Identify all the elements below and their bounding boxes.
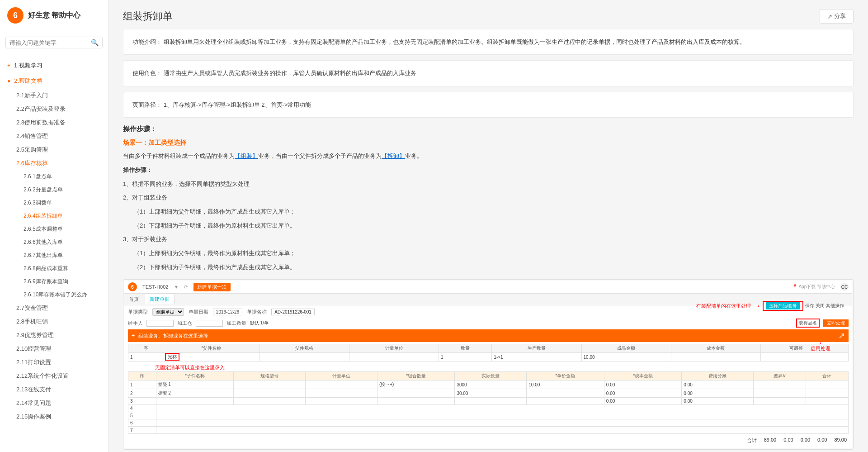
share-button[interactable]: ↗ 分享 [820, 9, 854, 24]
role-block: 使用角色： 通常由生产人员或库管人员完成拆装业务的操作，库管人员确认原材料的出库… [123, 60, 854, 86]
lower-table-row-7: 7 [128, 427, 849, 434]
step-3-2: （2）下部明细为子件明细，最终作为产成品生成其它入库单。 [123, 262, 854, 273]
sidebar-item-stock-query[interactable]: 2.6.9库存账本查询 [0, 275, 108, 288]
lower-table-row-3: 3 0.00 0.00 [128, 398, 849, 405]
sidebar: 6 好生意 帮助中心 🔍 + 1.视频学习 ● 2.帮助文档 2.1新手入门 2… [0, 0, 108, 452]
annotation5-area: 无固定清单可以直接在这里录入 [128, 363, 849, 370]
sidebar-item-other-out[interactable]: 2.6.7其他出库单 [0, 249, 108, 262]
role-text: 通常由生产人员或库管人员完成拆装业务的操作，库管人员确认原材料的出库和产成品的入… [164, 70, 416, 76]
screenshot-form-header: 单据类型 组装单据 单据日期 2019-12-26 单据名称 AD-201912… [128, 308, 849, 316]
sidebar-item-video[interactable]: + 1.视频学习 [0, 58, 108, 73]
sidebar-item-cost-calc[interactable]: 2.6.8商品成本重算 [0, 262, 108, 275]
logo-icon: 6 [7, 7, 24, 24]
ss-tab-new[interactable]: 新建单据 [145, 294, 175, 304]
sidebar-item-assembly[interactable]: 2.6.4组装拆卸单 [0, 209, 108, 223]
sidebar-item-inventory[interactable]: 2.6库存核算 [0, 157, 108, 170]
steps-title: 操作步骤： [123, 125, 854, 133]
sidebar-sub-label-inventory: 2.6库存核算 [16, 159, 48, 167]
sidebar-item-sales[interactable]: 2.4销售管理 [0, 129, 108, 143]
sidebar-sub-label-coupon: 2.9优惠券管理 [16, 331, 54, 339]
sidebar-sub-label-install: 2.2产品安装及登录 [16, 105, 66, 113]
search-area: 🔍 [0, 31, 108, 54]
ss-btn-confirm[interactable]: 立即处理 [823, 319, 849, 327]
step-2-1: （1）上部明细为父件明细，最终作为产成品生成其它入库单； [123, 206, 854, 218]
sidebar-sub-label-print: 2.11打印设置 [16, 358, 51, 366]
path-label: 页面路径： [132, 101, 162, 108]
sidebar-item-docs[interactable]: ● 2.帮助文档 [0, 73, 108, 89]
sidebar-sub-label-pay: 2.13在线支付 [16, 385, 51, 394]
ss-select-type[interactable]: 组装单据 [152, 308, 184, 316]
ss-input-person[interactable] [146, 320, 174, 327]
upper-table: 序 *父件名称 父件规格 计量单位 数量 生产数量 成品金额 成本金额 可调整 [128, 344, 849, 362]
sidebar-item-other-in[interactable]: 2.6.6其他入库单 [0, 236, 108, 249]
ss-btn-config[interactable]: 选择产品/套餐 [766, 302, 800, 309]
share-icon: ↗ [827, 13, 832, 20]
sidebar-item-faq[interactable]: 2.14常见问题 [0, 396, 108, 410]
sidebar-sub-label-data: 2.3使用前数据准备 [16, 119, 66, 127]
screenshot-annotation3-bar: + 组装业务、拆卸业务在这里选择 ↗ ↓ 启用处理 [128, 329, 849, 342]
sidebar-item-pay[interactable]: 2.13在线支付 [0, 383, 108, 396]
sidebar-subsub-label-stock-error: 2.6.10库存账本错了怎么办 [24, 291, 87, 299]
sidebar-subsub-label-assembly: 2.6.4组装拆卸单 [24, 212, 63, 220]
logo-area: 6 好生意 帮助中心 [0, 0, 108, 31]
path-block: 页面路径： 1、库存核算->库存管理->组装拆卸单 2、首页->常用功能 [123, 92, 854, 118]
sidebar-item-stocktake[interactable]: 2.6.1盘点单 [0, 170, 108, 183]
sidebar-item-custom[interactable]: 2.12系统个性化设置 [0, 369, 108, 383]
sidebar-item-print[interactable]: 2.11打印设置 [0, 356, 108, 369]
sidebar-sub-label-newcomer: 2.1新手入门 [16, 91, 48, 100]
lower-table-row-1: 1 搪瓷 1 (按→+) 3000 10.00 0.00 0.00 [128, 381, 849, 389]
op-steps-label: 操作步骤： [123, 165, 854, 176]
sidebar-sub-label-purchase: 2.5采购管理 [16, 146, 48, 154]
sidebar-item-ops[interactable]: 2.10经营管理 [0, 342, 108, 356]
step-1: 1、根据不同的业务，选择不同单据的类型来处理 [123, 179, 854, 190]
search-button[interactable]: 🔍 [91, 39, 99, 46]
sidebar-subsub-label-stocktake: 2.6.1盘点单 [24, 173, 52, 181]
sidebar-item-capital[interactable]: 2.7资金管理 [0, 301, 108, 315]
sidebar-subsub-label-stock-query: 2.6.9库存账本查询 [24, 278, 68, 285]
lower-table-row-6: 6 [128, 419, 849, 427]
content-header: 组装拆卸单 ↗ 分享 [108, 0, 868, 29]
sidebar-item-install[interactable]: 2.2产品安装及登录 [0, 102, 108, 116]
minus-icon: ● [7, 78, 10, 84]
ss-tab-home[interactable]: 首页 [124, 294, 143, 304]
sidebar-item-purchase[interactable]: 2.5采购管理 [0, 143, 108, 157]
ss-name: AD-20191226-001 [271, 309, 315, 315]
sidebar-item-data[interactable]: 2.3使用前数据准备 [0, 116, 108, 129]
ss-input-warehouse[interactable] [196, 320, 223, 327]
sidebar-subsub-label-other-out: 2.6.7其他出库单 [24, 252, 63, 259]
upper-table-row: 1 光杯 1 1->1 10.00 [128, 353, 849, 362]
ss-btn-new[interactable]: 新建单据一次 [193, 283, 231, 291]
plus-icon: + [7, 62, 10, 69]
intro-text: 组装拆卸单用来处理企业组装或拆卸等加工业务，支持有固定装配清单的产品加工业务，也… [164, 38, 745, 45]
annotation2-box: 获得品名 [796, 319, 820, 328]
sidebar-item-mobile[interactable]: 2.8手机旺铺 [0, 315, 108, 328]
sidebar-item-stock-error[interactable]: 2.6.10库存账本错了怎么办 [0, 288, 108, 301]
path-text: 1、库存核算->库存管理->组装拆卸单 2、首页->常用功能 [164, 101, 311, 108]
sidebar-sub-label-mobile: 2.8手机旺铺 [16, 318, 48, 326]
ss-doc-num: TEST-H002 [142, 284, 168, 290]
intro-block: 功能介绍： 组装拆卸单用来处理企业组装或拆卸等加工业务，支持有固定装配清单的产品… [123, 29, 854, 55]
sidebar-subsub-label-adjust: 2.6.3调拨单 [24, 199, 52, 207]
sidebar-item-coupon[interactable]: 2.9优惠券管理 [0, 328, 108, 342]
lower-table-row-5: 5 [128, 412, 849, 419]
sidebar-item-cost-adjust[interactable]: 2.6.5成本调整单 [0, 223, 108, 236]
annotation1: 有装配清单的在这里处理 → 选择产品/套餐 保存 关闭 其他操作 [696, 301, 844, 311]
sidebar-item-cases[interactable]: 2.15操作案例 [0, 410, 108, 423]
lower-table-row-4: 4 [128, 405, 849, 412]
sidebar-subsub-label-split-stocktake: 2.6.2分量盘点单 [24, 186, 63, 194]
scenario-desc: 当由多个子件材料组装成一个成品的业务为【组装】业务，当由一个父件拆分成多个子产品… [123, 151, 854, 162]
sidebar-item-split-stocktake[interactable]: 2.6.2分量盘点单 [0, 183, 108, 196]
search-input[interactable] [9, 39, 91, 46]
sidebar-item-docs-label: 2.帮助文档 [14, 77, 42, 85]
share-label: 分享 [834, 12, 846, 20]
sidebar-item-video-label: 1.视频学习 [14, 62, 42, 70]
sidebar-subsub-label-cost-adjust: 2.6.5成本调整单 [24, 225, 63, 233]
intro-label: 功能介绍： [132, 38, 162, 45]
nav-list: + 1.视频学习 ● 2.帮助文档 2.1新手入门 2.2产品安装及登录 2.3… [0, 54, 108, 452]
step-2-2: （2）下部明细为子件明细，最终作为原材料生成其它出库单。 [123, 220, 854, 232]
sidebar-item-adjust[interactable]: 2.6.3调拨单 [0, 196, 108, 209]
search-wrap: 🔍 [5, 37, 103, 48]
sidebar-sub-label-faq: 2.14常见问题 [16, 399, 51, 407]
sidebar-sub-label-sales: 2.4销售管理 [16, 132, 48, 140]
sidebar-item-newcomer[interactable]: 2.1新手入门 [0, 89, 108, 102]
